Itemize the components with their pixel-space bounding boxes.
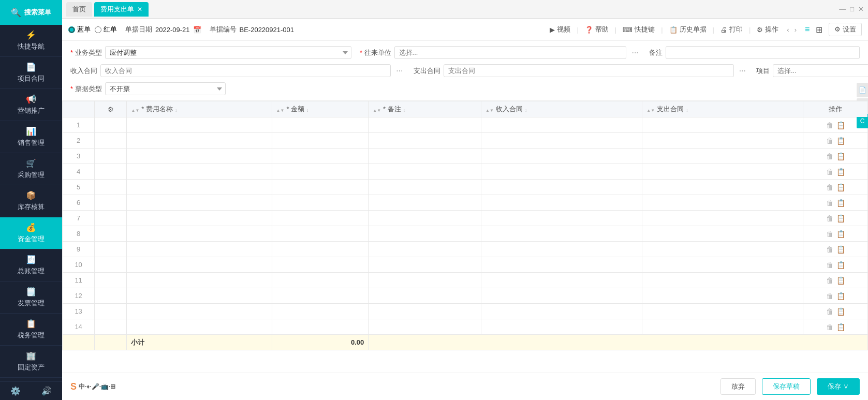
nav-next[interactable]: › (792, 25, 799, 35)
remark-input[interactable] (666, 46, 860, 59)
row-note[interactable] (369, 288, 481, 304)
row-income[interactable] (481, 164, 642, 180)
row-income[interactable] (481, 195, 642, 211)
grid-view-icon[interactable]: ⊞ (816, 25, 822, 35)
row-expense[interactable] (642, 273, 803, 288)
counterpart-input[interactable] (394, 46, 627, 59)
row-name[interactable] (127, 257, 272, 273)
radio-blue-label[interactable]: 蓝单 (68, 25, 91, 34)
row-expense[interactable] (642, 195, 803, 211)
row-name[interactable] (127, 211, 272, 226)
list-view-icon[interactable]: ≡ (805, 25, 810, 34)
copy-btn[interactable]: 📋 (836, 199, 845, 207)
row-amount[interactable] (272, 180, 369, 195)
expense-contract-input[interactable] (444, 64, 734, 77)
copy-btn[interactable]: 📋 (836, 245, 845, 254)
row-name[interactable] (127, 180, 272, 195)
row-name[interactable] (127, 288, 272, 304)
row-income[interactable] (481, 242, 642, 257)
row-expense[interactable] (642, 242, 803, 257)
copy-btn[interactable]: 📋 (836, 152, 845, 160)
row-expense[interactable] (642, 211, 803, 226)
row-name[interactable] (127, 149, 272, 164)
radio-red-label[interactable]: 红单 (95, 25, 117, 34)
business-type-select[interactable]: 应付调整 (105, 46, 351, 59)
row-amount[interactable] (272, 319, 369, 335)
row-amount[interactable] (272, 288, 369, 304)
row-income[interactable] (481, 319, 642, 335)
row-income[interactable] (481, 273, 642, 288)
row-income[interactable] (481, 304, 642, 319)
row-income[interactable] (481, 288, 642, 304)
row-note[interactable] (369, 226, 481, 242)
row-amount[interactable] (272, 195, 369, 211)
row-amount[interactable] (272, 211, 369, 226)
settings-button[interactable]: ⚙ 设置 (829, 23, 862, 36)
row-name[interactable] (127, 273, 272, 288)
copy-btn[interactable]: 📋 (836, 307, 845, 316)
row-note[interactable] (369, 304, 481, 319)
sort-icon-income[interactable]: ▲▼ (486, 106, 494, 113)
sidebar-item-sales[interactable]: 📊销售管理 (0, 121, 62, 153)
sort-icon-name[interactable]: ▲▼ (131, 106, 139, 113)
row-name[interactable] (127, 304, 272, 319)
minimize-button[interactable]: — (839, 5, 846, 13)
copy-btn[interactable]: 📋 (836, 183, 845, 191)
sidebar-item-fixed-asset[interactable]: 🏢固定资产 (0, 346, 62, 378)
sidebar-item-marketing[interactable]: 📢营销推广 (0, 89, 62, 121)
row-note[interactable] (369, 133, 481, 149)
radio-red[interactable] (95, 26, 101, 33)
copy-btn[interactable]: 📋 (836, 276, 845, 285)
counterpart-dots[interactable]: ··· (629, 48, 640, 57)
row-name[interactable] (127, 195, 272, 211)
income-contract-input[interactable] (100, 64, 391, 77)
delete-btn[interactable]: 🗑 (826, 214, 833, 223)
row-expense[interactable] (642, 149, 803, 164)
no-value[interactable]: BE-20220921-001 (240, 26, 295, 34)
video-button[interactable]: ▶ 视频 (550, 25, 570, 34)
row-name[interactable] (127, 226, 272, 242)
row-income[interactable] (481, 211, 642, 226)
delete-btn[interactable]: 🗑 (826, 307, 833, 316)
tab-expense[interactable]: 费用支出单✕ (94, 2, 149, 17)
row-note[interactable] (369, 149, 481, 164)
row-expense[interactable] (642, 288, 803, 304)
help-button[interactable]: ❓ 帮助 (585, 25, 609, 34)
row-name[interactable] (127, 117, 272, 133)
row-note[interactable] (369, 257, 481, 273)
row-income[interactable] (481, 257, 642, 273)
row-note[interactable] (369, 117, 481, 133)
row-note[interactable] (369, 273, 481, 288)
sort-icon-amount[interactable]: ▲▼ (276, 106, 285, 113)
sort-icon-expense[interactable]: ▲▼ (646, 106, 655, 113)
row-note[interactable] (369, 195, 481, 211)
row-note[interactable] (369, 180, 481, 195)
volume-icon[interactable]: 🔊 (41, 386, 52, 396)
row-expense[interactable] (642, 226, 803, 242)
row-income[interactable] (481, 180, 642, 195)
discard-button[interactable]: 放弃 (720, 378, 756, 395)
shortcut-button[interactable]: ⌨ 快捷键 (623, 25, 655, 34)
save-draft-button[interactable]: 保存草稿 (762, 378, 811, 395)
sidebar-item-payroll[interactable]: 💵工资 (0, 378, 62, 381)
income-contract-dots[interactable]: ··· (394, 66, 405, 76)
row-name[interactable] (127, 133, 272, 149)
delete-btn[interactable]: 🗑 (826, 183, 833, 191)
row-income[interactable] (481, 226, 642, 242)
row-amount[interactable] (272, 164, 369, 180)
th-gear[interactable]: ⚙ (95, 101, 127, 117)
date-value[interactable]: 2022-09-21 (155, 26, 190, 34)
row-expense[interactable] (642, 257, 803, 273)
sidebar-item-accounting[interactable]: 🧾总账管理 (0, 249, 62, 282)
row-amount[interactable] (272, 149, 369, 164)
row-expense[interactable] (642, 164, 803, 180)
close-button[interactable]: ✕ (858, 5, 864, 13)
copy-btn[interactable]: 📋 (836, 168, 845, 176)
tab-home[interactable]: 首页 (66, 2, 92, 17)
row-amount[interactable] (272, 304, 369, 319)
radio-blue[interactable] (68, 26, 75, 33)
row-expense[interactable] (642, 133, 803, 149)
row-name[interactable] (127, 164, 272, 180)
invoice-type-select[interactable]: 不开票 (105, 82, 226, 95)
nav-prev[interactable]: ‹ (785, 25, 791, 35)
